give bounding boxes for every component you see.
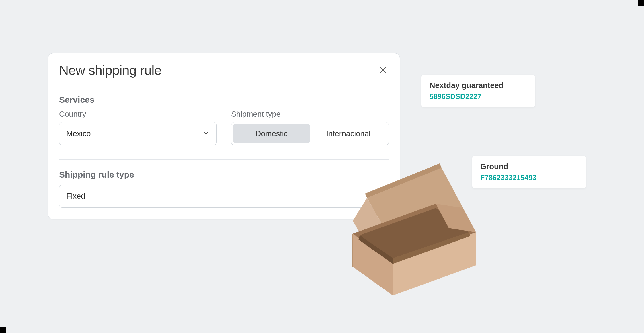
corner-mark-bl <box>0 327 6 333</box>
close-button[interactable] <box>377 65 389 76</box>
card-title: Nextday guaranteed <box>430 81 527 90</box>
card-title: Ground <box>480 162 578 171</box>
country-label: Country <box>59 110 217 119</box>
corner-mark-tr <box>638 0 644 6</box>
rule-type-section-title: Shipping rule type <box>59 170 389 180</box>
services-section-title: Services <box>59 95 389 105</box>
country-field: Country Mexico <box>59 110 217 145</box>
dialog-header: New shipping rule <box>48 53 400 86</box>
services-form-row: Country Mexico Shipment type Domestic In… <box>59 110 389 145</box>
chevron-down-icon <box>202 129 210 138</box>
country-select-value: Mexico <box>66 129 202 138</box>
close-icon <box>379 66 387 75</box>
card-code: F7862333215493 <box>480 174 578 182</box>
box-illustration <box>340 136 492 297</box>
dialog-title: New shipping rule <box>59 63 161 78</box>
rule-type-input[interactable] <box>59 185 389 208</box>
shipment-type-label: Shipment type <box>231 110 389 119</box>
section-divider <box>59 159 389 160</box>
card-code: 5896SDSD2227 <box>430 92 527 101</box>
segment-domestic[interactable]: Domestic <box>233 124 310 143</box>
country-select[interactable]: Mexico <box>59 122 217 145</box>
shipment-card-nextday: Nextday guaranteed 5896SDSD2227 <box>421 75 535 107</box>
